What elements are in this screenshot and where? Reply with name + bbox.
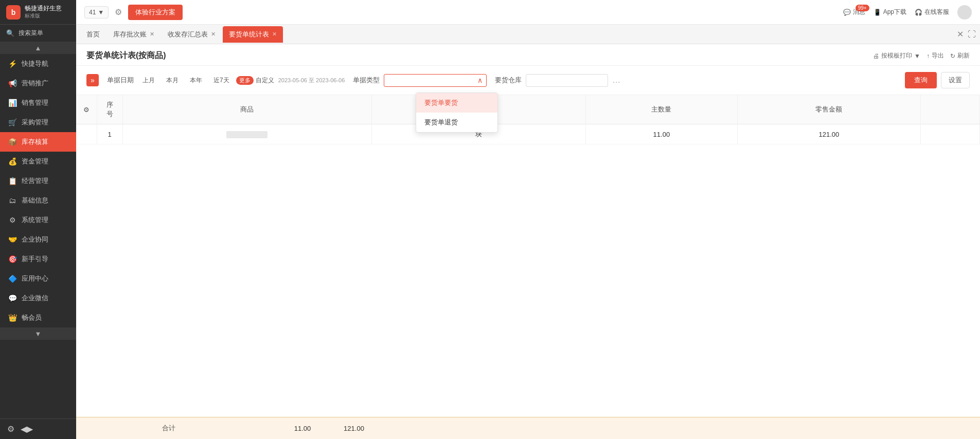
- col-amount-header: 零售金额: [738, 95, 920, 124]
- sidebar-item-member[interactable]: 👑 畅会员: [0, 308, 76, 327]
- filter-actions: 查询 设置: [905, 72, 970, 88]
- online-service-btn[interactable]: 🎧 在线客服: [915, 8, 949, 16]
- sidebar-label-sales: 销售管理: [22, 98, 48, 107]
- date-custom-btn[interactable]: 自定义: [256, 76, 274, 85]
- filter-toggle[interactable]: »: [86, 74, 99, 86]
- sidebar-icon-wechat: 💬: [7, 294, 17, 302]
- tab-close-batch[interactable]: ✕: [150, 31, 154, 38]
- print-label: 按模板打印: [881, 51, 912, 60]
- col-settings-header[interactable]: ⚙: [76, 95, 97, 124]
- col-product-header: 商品: [122, 95, 372, 124]
- sidebar-item-marketing[interactable]: 📢 营销推广: [0, 74, 76, 93]
- sidebar-item-guide[interactable]: 🎯 新手引导: [0, 249, 76, 269]
- tabs-container: 首页库存批次账✕收发存汇总表✕要货单统计表✕: [80, 26, 283, 43]
- sidebar-icon-system: ⚙: [7, 216, 17, 224]
- tab-close-order_stat[interactable]: ✕: [272, 31, 277, 38]
- date-btn-last-month[interactable]: 上月: [138, 74, 159, 87]
- sidebar-logo: b 畅捷通好生意 标准版: [0, 0, 76, 25]
- dropdown-value: 41: [89, 9, 96, 16]
- tab-receive[interactable]: 收发存汇总表✕: [162, 26, 222, 43]
- dropdown-item-order[interactable]: 要货单要货: [416, 93, 497, 113]
- user-avatar[interactable]: [957, 5, 972, 20]
- settings-btn[interactable]: 设置: [941, 72, 970, 88]
- sidebar-search[interactable]: 🔍 搜索菜单: [0, 25, 76, 42]
- sidebar-label-quick-nav: 快捷导航: [22, 59, 48, 68]
- warehouse-more-icon[interactable]: …: [612, 76, 620, 85]
- date-btn-this-year[interactable]: 本年: [185, 74, 207, 87]
- type-arrow-icon[interactable]: ∧: [477, 76, 483, 84]
- tabbar-right: ✕ ⛶: [957, 29, 976, 39]
- sidebar-item-operations[interactable]: 📋 经营管理: [0, 171, 76, 191]
- settings-icon[interactable]: ⚙: [7, 424, 14, 434]
- page-header: 要货单统计表(按商品) 🖨 按模板打印 ▼ ↑ 导出 ↻ 刷新: [76, 44, 980, 66]
- sidebar-nav: ▲ ⚡ 快捷导航 📢 营销推广 📊 销售管理 🛒 采购管理 📦 库存核算 💰 资…: [0, 42, 76, 418]
- sidebar-item-quick-nav[interactable]: ⚡ 快捷导航: [0, 54, 76, 74]
- tab-label-receive: 收发存汇总表: [168, 30, 208, 39]
- topbar-dropdown[interactable]: 41 ▼: [84, 6, 109, 19]
- sidebar-label-enterprise: 企业协同: [22, 235, 48, 244]
- sidebar-item-system[interactable]: ⚙ 系统管理: [0, 210, 76, 230]
- query-btn[interactable]: 查询: [905, 72, 937, 88]
- topbar-gear-icon[interactable]: ⚙: [115, 7, 122, 17]
- refresh-btn[interactable]: ↻ 刷新: [950, 51, 970, 60]
- type-input[interactable]: [384, 74, 487, 87]
- sidebar-label-operations: 经营管理: [22, 176, 48, 186]
- sidebar-item-appstore[interactable]: 🔷 应用中心: [0, 269, 76, 288]
- expand-icon[interactable]: ⛶: [968, 30, 976, 39]
- trial-btn[interactable]: 体验行业方案: [128, 5, 183, 20]
- sidebar-item-basic[interactable]: 🗂 基础信息: [0, 191, 76, 210]
- message-btn[interactable]: 💬 消息 99+: [843, 8, 865, 16]
- download-icon: 📱: [874, 9, 881, 16]
- tab-batch[interactable]: 库存批次账✕: [107, 26, 161, 43]
- date-btn-7days[interactable]: 近7天: [209, 74, 234, 87]
- sidebar-icon-operations: 📋: [7, 177, 17, 185]
- print-btn[interactable]: 🖨 按模板打印 ▼: [873, 51, 920, 60]
- close-all-icon[interactable]: ✕: [957, 29, 964, 39]
- sidebar-item-finance[interactable]: 💰 资金管理: [0, 152, 76, 171]
- sidebar: b 畅捷通好生意 标准版 🔍 搜索菜单 ▲ ⚡ 快捷导航 📢 营销推广 📊 销售…: [0, 0, 76, 439]
- cell-extra-0: [920, 124, 979, 144]
- cell-amount-0: 121.00: [738, 124, 920, 144]
- sidebar-label-wechat: 企业微信: [22, 294, 48, 303]
- dropdown-item-return[interactable]: 要货单退货: [416, 113, 497, 132]
- table-row: 1 块 11.00 121.00: [76, 124, 980, 144]
- sidebar-label-system: 系统管理: [22, 215, 48, 225]
- warehouse-filter-group: 要货仓库 …: [495, 74, 620, 87]
- app-download-label: App下载: [883, 8, 906, 16]
- sidebar-icon-basic: 🗂: [7, 196, 17, 205]
- col-quantity-header: 主数量: [585, 95, 737, 124]
- app-download-btn[interactable]: 📱 App下载: [874, 8, 906, 16]
- message-icon: 💬: [843, 9, 851, 16]
- collapse-icon[interactable]: ◀▶: [21, 424, 33, 434]
- tab-home[interactable]: 首页: [80, 26, 106, 43]
- tab-close-receive[interactable]: ✕: [211, 31, 216, 38]
- date-range-display: 2023-05-06 至 2023-06-06: [278, 77, 345, 84]
- sidebar-icon-inventory: 📦: [7, 138, 17, 146]
- print-icon: 🖨: [873, 52, 879, 60]
- date-btn-this-month[interactable]: 本月: [162, 74, 183, 87]
- sidebar-scroll-down[interactable]: ▼: [0, 327, 76, 340]
- tab-order_stat[interactable]: 要货单统计表✕: [223, 26, 283, 43]
- service-icon: 🎧: [915, 9, 922, 16]
- footer-amount: 121.00: [328, 425, 380, 432]
- warehouse-input[interactable]: [526, 74, 608, 87]
- sidebar-item-sales[interactable]: 📊 销售管理: [0, 93, 76, 113]
- sidebar-label-appstore: 应用中心: [22, 274, 48, 283]
- sidebar-icon-appstore: 🔷: [7, 275, 17, 283]
- date-label: 单据日期: [107, 76, 134, 85]
- dropdown-arrow-icon: ▼: [98, 9, 104, 16]
- sidebar-item-purchase[interactable]: 🛒 采购管理: [0, 113, 76, 132]
- main-area: 41 ▼ ⚙ 体验行业方案 💬 消息 99+ 📱 App下载 🎧 在线客服: [76, 0, 980, 439]
- sidebar-scroll-up[interactable]: ▲: [0, 42, 76, 54]
- cell-product-0: [122, 124, 372, 144]
- sidebar-item-enterprise[interactable]: 🤝 企业协同: [0, 230, 76, 249]
- sidebar-label-marketing: 营销推广: [22, 79, 48, 88]
- table-wrap: ⚙ 序号 商品 主计量单位 主数量 零售金额 1 块 11.00 121.00: [76, 95, 980, 417]
- sidebar-item-inventory[interactable]: 📦 库存核算: [0, 132, 76, 152]
- export-btn[interactable]: ↑ 导出: [926, 51, 944, 60]
- sidebar-item-wechat[interactable]: 💬 企业微信: [0, 288, 76, 308]
- sidebar-search-label: 搜索菜单: [19, 29, 43, 38]
- date-more-badge[interactable]: 更多: [236, 76, 254, 85]
- app-sub: 标准版: [25, 12, 62, 20]
- data-table: ⚙ 序号 商品 主计量单位 主数量 零售金额 1 块 11.00 121.00: [76, 95, 980, 144]
